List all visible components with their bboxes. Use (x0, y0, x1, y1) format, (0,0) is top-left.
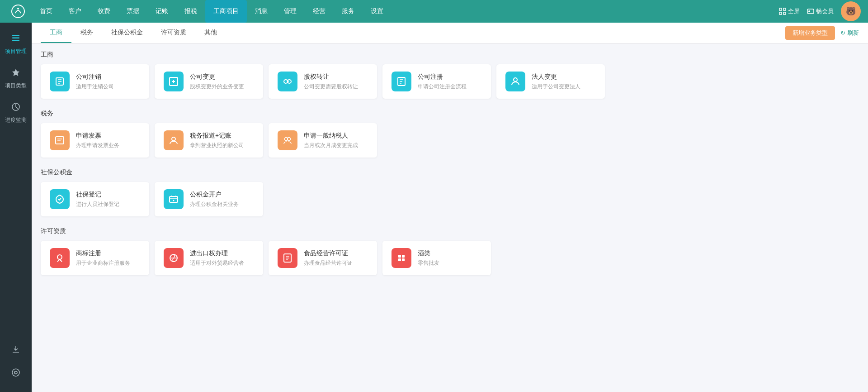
card-title-company-register: 公司注册 (418, 73, 467, 81)
tab-gongshang[interactable]: 工商 (41, 23, 71, 43)
card-desc-tax-report: 拿到营业执照的新公司 (190, 142, 244, 149)
card-equity-transfer[interactable]: 股权转让 公司变更需要股权转让 (269, 64, 377, 99)
card-title-tax-report: 税务报道+记账 (190, 132, 244, 140)
tab-shebao[interactable]: 社保公积金 (102, 23, 152, 43)
card-title-apply-invoice: 申请发票 (76, 132, 119, 140)
section-title-shuiwu: 税务 (41, 110, 859, 118)
card-title-social-insurance: 社保登记 (76, 191, 119, 199)
card-company-change[interactable]: 公司变更 股权变更外的业务变更 (155, 64, 263, 99)
svg-point-27 (57, 255, 62, 259)
svg-point-14 (14, 371, 17, 374)
star-icon (11, 68, 20, 79)
card-title-legal-change: 法人变更 (532, 73, 580, 81)
card-trademark[interactable]: 商标注册 用于企业商标注册服务 (41, 241, 149, 275)
section-shuiwu: 税务 申请发票 办理申请发票业务 (41, 110, 859, 158)
add-business-type-button[interactable]: 新增业务类型 (785, 26, 835, 40)
card-social-insurance[interactable]: 社保登记 进行人员社保登记 (41, 182, 149, 216)
sidebar-help[interactable] (0, 362, 32, 385)
sidebar-download[interactable] (0, 339, 32, 362)
card-title-import-export: 进出口权办理 (190, 249, 244, 258)
card-desc-general-taxpayer: 当月或次月成变更完成 (304, 142, 358, 149)
nav-fee[interactable]: 收费 (90, 0, 118, 23)
cards-row-shuiwu: 申请发票 办理申请发票业务 税务报道+记账 拿到营业执照的新公司 (41, 123, 859, 158)
tab-other[interactable]: 其他 (195, 23, 226, 43)
refresh-button[interactable]: ↻ 刷新 (840, 29, 859, 37)
nav-tax[interactable]: 报税 (176, 0, 205, 23)
nav-settings[interactable]: 设置 (363, 0, 392, 23)
sidebar-item-project-type[interactable]: 项目类型 (0, 62, 32, 96)
progress-icon (11, 102, 20, 114)
tab-bar: 工商 税务 社保公积金 许可资质 其他 新增业务类型 ↻ 刷新 (32, 23, 868, 43)
card-info-company-change: 公司变更 股权变更外的业务变更 (190, 73, 244, 91)
svg-point-26 (173, 200, 175, 201)
card-icon-social-insurance (50, 189, 70, 209)
tab-shuiwu[interactable]: 税务 (71, 23, 102, 43)
svg-marker-11 (12, 69, 19, 76)
nav-client[interactable]: 客户 (61, 0, 90, 23)
card-icon-food-license (278, 248, 297, 268)
svg-rect-32 (398, 258, 401, 261)
member-button[interactable]: 畅会员 (807, 7, 834, 15)
sidebar-label-project-manage: 项目管理 (5, 48, 27, 55)
card-icon-trademark (50, 248, 70, 268)
section-title-gongshang: 工商 (41, 51, 859, 59)
nav-message[interactable]: 消息 (247, 0, 276, 23)
svg-point-17 (284, 80, 288, 83)
svg-rect-25 (170, 196, 178, 202)
card-desc-trademark: 用于企业商标注册服务 (76, 259, 130, 267)
svg-rect-5 (783, 12, 786, 14)
svg-rect-21 (56, 137, 64, 144)
card-apply-invoice[interactable]: 申请发票 办理申请发票业务 (41, 123, 149, 158)
card-title-company-change: 公司变更 (190, 73, 244, 81)
card-info-equity-transfer: 股权转让 公司变更需要股权转让 (304, 73, 358, 91)
sidebar-bottom (0, 339, 32, 392)
scroll-content[interactable]: 工商 公司注销 适用于注销公司 (32, 43, 868, 392)
sidebar-item-progress[interactable]: 进度监测 (0, 96, 32, 130)
card-desc-equity-transfer: 公司变更需要股权转让 (304, 83, 358, 91)
card-import-export[interactable]: 进出口权办理 适用于对外贸易经营者 (155, 241, 263, 275)
card-provident-fund[interactable]: 公积金开户 办理公积金相关业务 (155, 182, 263, 216)
card-info-provident-fund: 公积金开户 办理公积金相关业务 (190, 191, 239, 208)
cards-row-xuke: 商标注册 用于企业商标注册服务 进出口权办理 适用于对外贸易经营者 (41, 241, 859, 275)
card-info-company-register: 公司注册 申请公司注册全流程 (418, 73, 467, 91)
card-title-provident-fund: 公积金开户 (190, 191, 239, 199)
svg-point-20 (514, 78, 517, 81)
svg-rect-3 (783, 8, 786, 10)
nav-operation[interactable]: 经营 (305, 0, 334, 23)
card-icon-company-cancel (50, 72, 70, 91)
card-company-register[interactable]: 公司注册 申请公司注册全流程 (382, 64, 491, 99)
svg-rect-10 (12, 40, 19, 41)
card-title-alcohol: 酒类 (418, 249, 439, 258)
card-company-cancel[interactable]: 公司注销 适用于注销公司 (41, 64, 149, 99)
nav-manage[interactable]: 管理 (276, 0, 305, 23)
card-desc-apply-invoice: 办理申请发票业务 (76, 142, 119, 149)
card-title-company-cancel: 公司注销 (76, 73, 114, 81)
card-general-taxpayer[interactable]: 申请一般纳税人 当月或次月成变更完成 (269, 123, 377, 158)
svg-rect-33 (402, 258, 405, 261)
nav-items: 首页 客户 收费 票据 记账 报税 工商项目 消息 管理 经营 服务 设置 (32, 0, 779, 23)
nav-right-actions: 全屏 畅会员 🐻 (779, 1, 861, 21)
tab-xuke[interactable]: 许可资质 (152, 23, 195, 43)
card-desc-company-register: 申请公司注册全流程 (418, 83, 467, 91)
cards-row-gongshang: 公司注销 适用于注销公司 公司变更 股权变更外的业务变更 (41, 64, 859, 99)
card-title-general-taxpayer: 申请一般纳税人 (304, 132, 358, 140)
sidebar-label-progress: 进度监测 (5, 116, 27, 124)
nav-business[interactable]: 工商项目 (205, 0, 247, 23)
section-title-xuke: 许可资质 (41, 227, 859, 235)
logo (5, 0, 32, 23)
card-food-license[interactable]: 食品经营许可证 办理食品经营许可证 (269, 241, 377, 275)
card-desc-legal-change: 适用于公司变更法人 (532, 83, 580, 91)
nav-home[interactable]: 首页 (32, 0, 61, 23)
card-alcohol[interactable]: 酒类 零售批发 (382, 241, 491, 275)
fullscreen-button[interactable]: 全屏 (779, 7, 800, 15)
card-tax-report[interactable]: 税务报道+记账 拿到营业执照的新公司 (155, 123, 263, 158)
card-legal-change[interactable]: 法人变更 适用于公司变更法人 (496, 64, 605, 99)
nav-invoice[interactable]: 票据 (118, 0, 147, 23)
nav-accounting[interactable]: 记账 (147, 0, 176, 23)
card-title-equity-transfer: 股权转让 (304, 73, 358, 81)
nav-service[interactable]: 服务 (334, 0, 363, 23)
sidebar-item-project-manage[interactable]: 项目管理 (0, 27, 32, 62)
section-shebao: 社保公积金 社保登记 进行人员社保登记 (41, 168, 859, 216)
card-icon-provident-fund (164, 189, 184, 209)
svg-point-1 (17, 8, 19, 10)
